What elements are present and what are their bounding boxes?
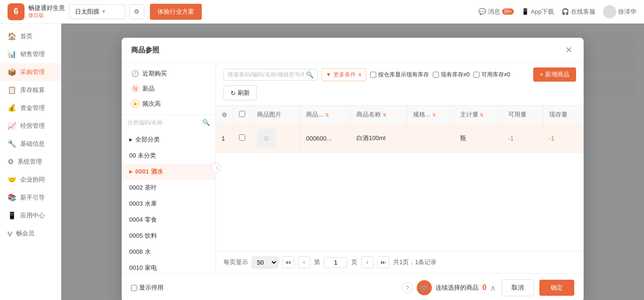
- category-search-input[interactable]: [127, 119, 199, 126]
- logo-area: 6 畅捷通好生意 捷目版: [8, 3, 69, 20]
- per-page-label: 每页显示: [223, 258, 248, 267]
- sidebar-item-home[interactable]: 🏠 首页: [0, 27, 61, 45]
- cart-icon: 🛒: [420, 283, 429, 292]
- cart-button[interactable]: 🛒: [417, 280, 432, 295]
- arrow-icon-0001: ▶: [129, 169, 132, 174]
- collapse-cart-icon[interactable]: ∧: [490, 283, 496, 292]
- col-settings-icon: ⚙: [222, 111, 227, 118]
- last-page-button[interactable]: ⏭: [377, 256, 389, 268]
- store-selector[interactable]: 日太阳膜 ▼: [69, 4, 125, 19]
- cell-image: 🖼: [251, 124, 300, 153]
- col-name[interactable]: 商品名称 ⇅: [351, 106, 407, 124]
- vip-icon: V: [8, 230, 12, 238]
- sidebar-item-operation[interactable]: 📈 经营管理: [0, 117, 61, 135]
- sidebar: 🏠 首页 📊 销售管理 📦 采购管理 📋 库存核算 💰 资金管理 📈 经营管理 …: [0, 24, 61, 300]
- user-item[interactable]: 徐泽华: [603, 5, 636, 18]
- show-disabled-checkbox[interactable]: [131, 285, 137, 291]
- product-table-container: ⚙ 商品图片 商品... ⇅: [216, 106, 584, 251]
- usable-nonzero-checkbox[interactable]: [473, 72, 479, 78]
- product-search-icon[interactable]: 🔍: [306, 71, 314, 78]
- store-name: 日太阳膜: [75, 8, 99, 16]
- usable-nonzero-filter-label[interactable]: 可用库存≠0: [473, 71, 510, 79]
- sidebar-label-sales: 销售管理: [20, 50, 45, 58]
- phone-icon: 📱: [521, 8, 529, 15]
- avatar: [603, 5, 616, 18]
- col-settings[interactable]: ⚙: [216, 106, 233, 124]
- modal-overlay: 商品参照 ✕ 🕐 近期购买 N 新: [61, 24, 644, 300]
- modal-right-panel: 🔍 ▼ 更多条件 ∧ 按仓库显示现有库存: [216, 63, 584, 273]
- sidebar-label-guide: 新手引导: [20, 193, 45, 202]
- category-item-0005[interactable]: 0005 饮料: [122, 228, 215, 244]
- sidebar-item-basic[interactable]: 🔧 基础信息: [0, 135, 61, 153]
- show-disabled-text: 显示停用: [139, 283, 164, 292]
- per-page-select[interactable]: 50 20 100: [252, 257, 278, 268]
- quick-filter-new[interactable]: N 新品: [127, 82, 210, 96]
- message-icon: 💬: [479, 8, 486, 15]
- first-page-button[interactable]: ⏮: [282, 256, 294, 268]
- category-item-0003[interactable]: 0003 水果: [122, 196, 215, 212]
- sidebar-item-inventory[interactable]: 📋 库存核算: [0, 81, 61, 99]
- stock-nonzero-checkbox[interactable]: [433, 72, 439, 78]
- category-item-00[interactable]: 00 未分类: [122, 148, 215, 164]
- sidebar-item-vip[interactable]: V 畅会员: [0, 225, 61, 242]
- category-list: ▶ 全部分类 00 未分类 ▶ 0001 酒水 0002 茶叶 0: [122, 130, 215, 273]
- home-icon: 🏠: [8, 32, 17, 41]
- more-filters-button[interactable]: ▼ 更多条件 ∧: [322, 68, 366, 81]
- app-download-item[interactable]: 📱 App下载: [521, 8, 554, 16]
- sidebar-item-purchase[interactable]: 📦 采购管理: [0, 63, 61, 81]
- category-item-0004[interactable]: 0004 零食: [122, 212, 215, 228]
- select-all-checkbox[interactable]: [239, 111, 245, 117]
- warehouse-filter-checkbox[interactable]: [370, 72, 376, 78]
- category-item-0008[interactable]: 0008 水: [122, 244, 215, 260]
- sidebar-item-guide[interactable]: 📚 新手引导: [0, 189, 61, 207]
- col-spec[interactable]: 规格... ⇅: [407, 106, 454, 124]
- sidebar-item-finance[interactable]: 💰 资金管理: [0, 99, 61, 117]
- collapse-panel-button[interactable]: 《: [211, 163, 221, 173]
- quick-filter-recent-label: 近期购买: [142, 69, 167, 78]
- basic-icon: 🔧: [8, 140, 17, 148]
- warehouse-filter-label[interactable]: 按仓库显示现有库存: [370, 71, 429, 79]
- row-checkbox[interactable]: [239, 134, 245, 141]
- category-item-0001[interactable]: ▶ 0001 酒水: [122, 164, 215, 180]
- stock-nonzero-filter-label[interactable]: 现有库存≠0: [433, 71, 470, 79]
- show-disabled-label[interactable]: 显示停用: [131, 283, 164, 292]
- top-nav: 6 畅捷通好生意 捷目版 日太阳膜 ▼ ⚙ 体验行业方案 💬 消息 99+ 📱 …: [0, 0, 644, 24]
- table-row[interactable]: 1 🖼: [216, 124, 584, 153]
- sidebar-item-system[interactable]: ⚙ 系统管理: [0, 153, 61, 171]
- category-item-0010[interactable]: 0010 家电: [122, 260, 215, 273]
- category-item-0002[interactable]: 0002 茶叶: [122, 180, 215, 196]
- messages-nav-item[interactable]: 💬 消息 99+: [479, 8, 514, 16]
- product-search-input[interactable]: [228, 71, 304, 78]
- freq-icon: ★: [131, 100, 140, 108]
- cancel-button[interactable]: 取消: [502, 279, 534, 296]
- content-area: 商品参照 ✕ 🕐 近期购买 N 新: [61, 24, 644, 300]
- add-product-button[interactable]: + 新增商品: [533, 67, 576, 82]
- confirm-button[interactable]: 确定: [539, 280, 574, 296]
- sidebar-item-apps[interactable]: 📱 应用中心: [0, 207, 61, 225]
- col-code[interactable]: 商品... ⇅: [300, 106, 351, 124]
- refresh-label: 刷新: [238, 89, 250, 97]
- col-checkbox[interactable]: [233, 106, 251, 124]
- help-icon-button[interactable]: ?: [402, 282, 413, 293]
- modal-close-button[interactable]: ✕: [563, 44, 574, 56]
- operation-icon: 📈: [8, 122, 17, 130]
- img-placeholder-icon: 🖼: [264, 136, 269, 141]
- settings-button[interactable]: ⚙: [129, 4, 144, 19]
- quick-filter-freq[interactable]: ★ 频次高: [127, 97, 210, 111]
- refresh-button[interactable]: ↻ 刷新: [223, 85, 257, 100]
- page-input[interactable]: [324, 257, 347, 268]
- col-unit[interactable]: 主计量 ⇅: [454, 106, 502, 124]
- filter-chevron-icon: ∧: [358, 71, 362, 78]
- trial-button[interactable]: 体验行业方案: [150, 4, 202, 20]
- category-item-all[interactable]: ▶ 全部分类: [122, 132, 215, 148]
- next-page-button[interactable]: ›: [361, 256, 373, 268]
- quick-filter-recent[interactable]: 🕐 近期购买: [127, 67, 210, 81]
- sidebar-item-enterprise[interactable]: 🤝 企业协同: [0, 171, 61, 189]
- cell-stock: -1: [543, 124, 584, 153]
- category-search-icon[interactable]: 🔍: [202, 119, 210, 126]
- cell-checkbox[interactable]: [233, 124, 251, 153]
- sidebar-item-sales[interactable]: 📊 销售管理: [0, 45, 61, 63]
- prev-page-button[interactable]: ‹: [298, 256, 310, 268]
- online-service-item[interactable]: 🎧 在线客服: [561, 8, 595, 16]
- sidebar-label-vip: 畅会员: [16, 229, 34, 238]
